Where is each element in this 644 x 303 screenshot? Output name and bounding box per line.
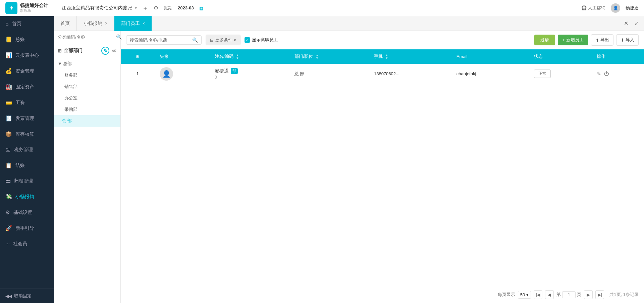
import-label: 导入 (626, 37, 634, 43)
top-bar: ✦ 畅捷通好会计 旗舰版 江西服宝精品有限责任公司内账张 ▾ ＋ ⚙ 账期 20… (0, 0, 644, 16)
calendar-icon[interactable]: ▦ (199, 5, 204, 11)
sidebar-item-archive[interactable]: 🗃 归档管理 (0, 173, 54, 189)
add-emp-button[interactable]: + 新增员工 (558, 35, 588, 45)
emp-search-input[interactable] (130, 38, 190, 43)
basic-settings-icon: ⚙ (5, 209, 10, 216)
tab-dept-emp[interactable]: 部门员工 × (114, 16, 152, 31)
sidebar-item-invoice[interactable]: 🧾 发票管理 (0, 111, 54, 126)
page-label: 第 (556, 292, 561, 298)
sidebar-label-assets: 固定资产 (15, 84, 34, 90)
sidebar-item-expense[interactable]: 💸 小畅报销 (0, 189, 54, 205)
company-dropdown-icon[interactable]: ▾ (135, 6, 137, 10)
reports-icon: 📊 (5, 52, 12, 58)
settings-icon[interactable]: ⚙ (154, 5, 158, 11)
dept-manage-button[interactable]: ✎ (101, 47, 109, 55)
content-area: 首页 小畅报销 × 部门员工 × ✕ ⤢ 🔍 (54, 16, 644, 303)
filter-icon: ⊟ (210, 38, 214, 43)
page-first-button[interactable]: |◀ (534, 290, 542, 299)
tab-expand-icon[interactable]: ⤢ (632, 19, 641, 28)
page-input[interactable] (562, 291, 576, 298)
sidebar-item-more[interactable]: ··· 社会员 (0, 236, 54, 252)
logo-sub: 旗舰版 (20, 8, 48, 13)
pin-icon: ◀◀ (5, 294, 12, 299)
per-page-select[interactable]: 50 ▾ (518, 291, 531, 299)
total-info: 共1页, 1条记录 (609, 292, 639, 298)
sidebar-item-assets[interactable]: 🏭 固定资产 (0, 79, 54, 95)
row-name-cell: 畅捷通 部 0 (209, 64, 289, 84)
sidebar-item-payroll[interactable]: 💳 工资 (0, 95, 54, 111)
dept-search-input[interactable] (58, 35, 114, 40)
sidebar-label-payroll: 工资 (15, 100, 25, 106)
per-page-value: 50 (520, 292, 525, 297)
tab-dept-emp-close[interactable]: × (143, 21, 145, 26)
col-phone[interactable]: 手机 ▲▼ (369, 49, 451, 64)
expense-icon: 💸 (5, 193, 12, 200)
export-button[interactable]: ⬆ 导出 (591, 34, 613, 46)
inventory-icon: 📦 (5, 131, 12, 137)
inner-content: 🔍 ⊞ 全部部门 ✎ ≪ ▼ 总部 财务部 销售部 办公室 采购部 总 部 (54, 31, 644, 303)
main-layout: ⌂ 首页 📒 总账 📊 云报表中心 💰 资金管理 🏭 固定资产 💳 工资 🧾 发… (0, 16, 644, 303)
user-name: 畅捷通 (626, 5, 639, 11)
tax-icon: 🗂 (5, 147, 11, 153)
sidebar-item-tax[interactable]: 🗂 税务管理 (0, 142, 54, 158)
dept-node-bangong[interactable]: 办公室 (54, 92, 120, 104)
row-dept: 总 部 (289, 64, 369, 84)
emp-search-icon[interactable]: 🔍 (192, 37, 198, 43)
sidebar-item-close[interactable]: 📋 结账 (0, 158, 54, 173)
per-page-chevron: ▾ (526, 292, 529, 297)
row-index: 1 (121, 64, 154, 84)
dept-all-header[interactable]: ⊞ 全部部门 ✎ ≪ (54, 43, 120, 58)
period-value: 2023-03 (178, 5, 194, 10)
more-icon: ··· (5, 241, 10, 247)
period-label: 账期 (164, 5, 172, 11)
dept-node-caiwu[interactable]: 财务部 (54, 70, 120, 81)
service-button[interactable]: 🎧 人工咨询 (581, 5, 605, 11)
row-status-badge: 正常 (534, 70, 551, 78)
show-resign-checkbox[interactable]: ✓ (245, 37, 250, 43)
sidebar-item-funds[interactable]: 💰 资金管理 (0, 63, 54, 79)
sidebar-item-reports[interactable]: 📊 云报表中心 (0, 47, 54, 63)
search-box: 🔍 (126, 35, 202, 45)
tab-home[interactable]: 首页 (54, 16, 77, 31)
more-filter-label: 更多条件 (215, 37, 232, 43)
sidebar: ⌂ 首页 📒 总账 📊 云报表中心 💰 资金管理 🏭 固定资产 💳 工资 🧾 发… (0, 16, 54, 303)
tab-close-all-icon[interactable]: ✕ (621, 19, 631, 28)
edit-button[interactable]: ✎ (597, 71, 601, 77)
page-prev-button[interactable]: ◀ (545, 290, 554, 299)
col-actions: 操作 (591, 49, 644, 64)
sidebar-item-guide[interactable]: 🚀 新手引导 (0, 220, 54, 236)
tab-expense-close[interactable]: × (105, 21, 107, 26)
dept-node-xiaoshou[interactable]: 销售部 (54, 81, 120, 92)
pagination-bar: 每页显示 50 ▾ |◀ ◀ 第 页 ▶ ▶| 共1页, 1条记录 (121, 286, 644, 303)
col-name-code[interactable]: 姓名/编码 ▲▼ (209, 49, 289, 64)
dept-group-label: ▼ 总部 (54, 58, 120, 70)
guide-icon: 🚀 (5, 225, 12, 231)
dept-search-area: 🔍 (54, 31, 120, 43)
page-last-button[interactable]: ▶| (595, 290, 604, 299)
sidebar-item-inventory[interactable]: 📦 库存核算 (0, 126, 54, 142)
invite-button[interactable]: 邀请 (534, 35, 555, 45)
sidebar-unpin-button[interactable]: ◀◀ 取消固定 (0, 289, 54, 303)
ledger-icon: 📒 (5, 36, 12, 43)
more-filter-button[interactable]: ⊟ 更多条件 ▾ (206, 35, 240, 45)
sidebar-item-home[interactable]: ⌂ 首页 (0, 16, 54, 32)
dept-node-caigou[interactable]: 采购部 (54, 104, 120, 115)
sidebar-item-ledger[interactable]: 📒 总账 (0, 32, 54, 47)
logout-button[interactable]: ⏻ (604, 71, 609, 77)
col-dept-pos[interactable]: 部门/职位 ▲▼ (289, 49, 369, 64)
show-resign-checkbox-label[interactable]: ✓ 显示离职员工 (245, 37, 278, 43)
tab-expense[interactable]: 小畅报销 × (77, 16, 114, 31)
col-avatar: 头像 (154, 49, 209, 64)
logo-text: 畅捷通好会计 (20, 3, 48, 8)
logo-icon: ✦ (5, 2, 17, 14)
sidebar-label-archive: 归档管理 (14, 178, 33, 184)
assets-icon: 🏭 (5, 84, 12, 90)
import-button[interactable]: ⬇ 导入 (616, 34, 639, 46)
page-next-button[interactable]: ▶ (584, 290, 593, 299)
sidebar-item-settings[interactable]: ⚙ 基础设置 (0, 205, 54, 220)
dept-collapse-icon[interactable]: ≪ (111, 48, 116, 53)
col-email: Email (451, 49, 529, 64)
dept-node-zongbu[interactable]: 总 部 (54, 115, 120, 127)
add-tab-icon[interactable]: ＋ (142, 4, 148, 12)
col-settings[interactable]: ⚙ (121, 49, 154, 64)
